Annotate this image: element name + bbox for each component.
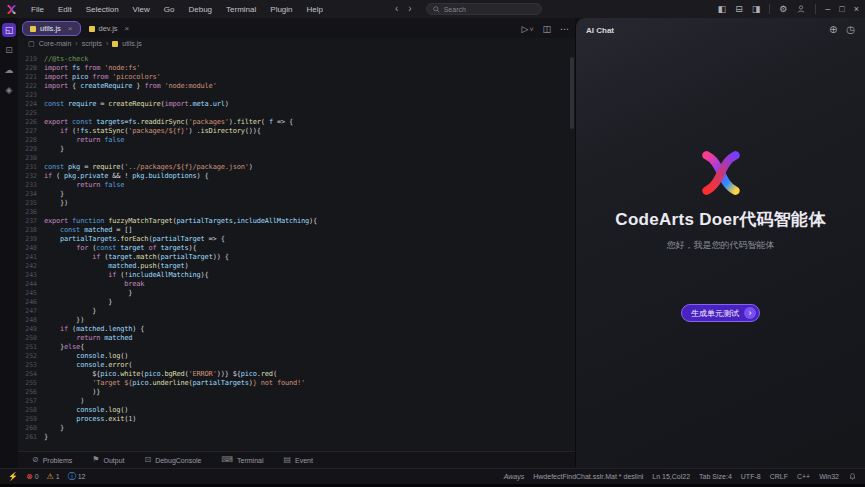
menu-go[interactable]: Go bbox=[158, 3, 181, 16]
chat-history-icon[interactable]: ◷ bbox=[846, 25, 855, 35]
more-actions-icon[interactable]: ⋯ bbox=[560, 24, 569, 34]
menu-plugin[interactable]: Plugin bbox=[264, 3, 298, 16]
codearts-doer-logo bbox=[696, 148, 746, 198]
global-search-input[interactable]: Search bbox=[426, 3, 542, 15]
info-count-value: 12 bbox=[78, 473, 86, 480]
warning-count-value: 1 bbox=[56, 473, 60, 480]
tab-close-icon[interactable]: × bbox=[125, 25, 130, 33]
menu-help[interactable]: Help bbox=[301, 3, 329, 16]
menu-selection[interactable]: Selection bbox=[80, 3, 125, 16]
warning-count[interactable]: ⚠ 1 bbox=[47, 472, 60, 481]
activity-bar: ◱ ⊡ ☁ ◈ bbox=[0, 18, 18, 468]
close-button[interactable]: × bbox=[854, 4, 859, 14]
menu-terminal[interactable]: Terminal bbox=[220, 3, 262, 16]
run-button[interactable]: ▷ ˅ bbox=[521, 24, 533, 34]
menu-debug[interactable]: Debug bbox=[182, 3, 218, 16]
app-window: File Edit Selection View Go Debug Termin… bbox=[0, 0, 865, 487]
tab-size-indicator[interactable]: Tab Size:4 bbox=[699, 473, 732, 480]
tab-utils-js[interactable]: utils.js × bbox=[22, 21, 81, 36]
project-icon: ▢ bbox=[28, 40, 35, 48]
eol-indicator[interactable]: CRLF bbox=[770, 473, 788, 480]
status-task-item[interactable]: HwdefectFindChat.sslr.Mat * deslinl bbox=[533, 473, 643, 480]
menu-file[interactable]: File bbox=[25, 3, 50, 16]
editor-actions: ▷ ˅ ◫ ⋯ bbox=[521, 24, 569, 36]
panel-tab-problems[interactable]: ⊘ Problems bbox=[32, 456, 72, 464]
platform-indicator[interactable]: Win32 bbox=[819, 473, 839, 480]
nav-forward-icon[interactable]: › bbox=[408, 4, 411, 14]
panel-tab-terminal[interactable]: ⌨ Terminal bbox=[221, 456, 263, 464]
info-count[interactable]: ⓘ 12 bbox=[68, 471, 86, 482]
ai-chat-panel: AI Chat ⊕ ◷ CodeArts Doer代码智能体 您好，我是您的代码… bbox=[575, 18, 865, 468]
nav-back-icon[interactable]: ‹ bbox=[395, 4, 398, 14]
chat-cta-button[interactable]: 生成单元测试 › bbox=[681, 304, 760, 322]
chat-panel-title: AI Chat bbox=[586, 26, 614, 35]
divider bbox=[769, 4, 770, 14]
arrow-right-icon: › bbox=[744, 307, 756, 319]
panel-tab-event[interactable]: ▤ Event bbox=[283, 456, 312, 464]
maximize-button[interactable]: □ bbox=[839, 4, 844, 14]
event-icon: ▤ bbox=[283, 456, 291, 464]
encoding-indicator[interactable]: UTF-8 bbox=[741, 473, 761, 480]
activity-plugins-icon[interactable]: ◈ bbox=[2, 83, 16, 97]
code-lines[interactable]: //@ts-checkimport fs from 'node:fs'impor… bbox=[44, 55, 575, 451]
toggle-bottom-panel-icon[interactable]: ⊟ bbox=[735, 4, 743, 14]
tab-label: dev.js bbox=[99, 24, 118, 33]
code-editor[interactable]: 2192202212222232242252262272282292302312… bbox=[18, 49, 575, 451]
panel-tab-label: Problems bbox=[43, 457, 73, 464]
split-editor-icon[interactable]: ◫ bbox=[542, 24, 551, 34]
editor-tab-bar: utils.js × dev.js × ▷ ˅ ◫ ⋯ bbox=[18, 18, 575, 38]
new-chat-icon[interactable]: ⊕ bbox=[829, 25, 837, 35]
panel-tab-output[interactable]: ⚑ Output bbox=[92, 456, 124, 464]
divider bbox=[815, 4, 816, 14]
toggle-left-panel-icon[interactable]: ◧ bbox=[718, 4, 727, 14]
tab-close-icon[interactable]: × bbox=[68, 25, 73, 33]
bottom-panel-tabs: ⊘ Problems ⚑ Output ⊡ DebugConsole ⌨ Ter… bbox=[18, 451, 575, 468]
menu-edit[interactable]: Edit bbox=[52, 3, 78, 16]
notifications-bell-icon[interactable] bbox=[848, 472, 857, 481]
menu-bar: File Edit Selection View Go Debug Termin… bbox=[25, 3, 329, 16]
panel-tab-label: Event bbox=[295, 457, 313, 464]
history-nav: ‹ › bbox=[395, 4, 412, 14]
account-icon[interactable] bbox=[796, 4, 806, 14]
panel-tab-label: Terminal bbox=[237, 457, 263, 464]
panel-tab-debug-console[interactable]: ⊡ DebugConsole bbox=[144, 456, 201, 464]
remote-status-icon[interactable]: ⚡ bbox=[8, 472, 18, 481]
error-count-value: 0 bbox=[35, 473, 39, 480]
breadcrumb-folder[interactable]: scripts bbox=[82, 40, 102, 47]
error-icon: ⊗ bbox=[26, 472, 33, 481]
error-count[interactable]: ⊗ 0 bbox=[26, 472, 39, 481]
status-extension-item[interactable]: Aways bbox=[504, 473, 525, 480]
cursor-position[interactable]: Ln 15,Col22 bbox=[652, 473, 690, 480]
status-bar: ⚡ ⊗ 0 ⚠ 1 ⓘ 12 Aways HwdefectFindChat.ss… bbox=[0, 468, 865, 484]
cta-label: 生成单元测试 bbox=[691, 308, 739, 319]
editor-column: utils.js × dev.js × ▷ ˅ ◫ ⋯ bbox=[18, 18, 575, 468]
chat-welcome: CodeArts Doer代码智能体 您好，我是您的代码智能体 生成单元测试 › bbox=[576, 42, 865, 468]
warning-icon: ⚠ bbox=[47, 472, 54, 481]
chevron-right-icon: › bbox=[106, 40, 108, 47]
debug-console-icon: ⊡ bbox=[144, 456, 151, 464]
breadcrumb-root[interactable]: Core-main bbox=[39, 40, 72, 47]
settings-gear-icon[interactable]: ⚙ bbox=[779, 4, 787, 14]
toggle-right-panel-icon[interactable]: ◨ bbox=[752, 4, 761, 14]
title-bar: File Edit Selection View Go Debug Termin… bbox=[0, 0, 865, 18]
language-mode-indicator[interactable]: C++ bbox=[797, 473, 810, 480]
output-icon: ⚑ bbox=[92, 456, 99, 464]
panel-tab-label: DebugConsole bbox=[155, 457, 201, 464]
activity-editors-icon[interactable]: ⊡ bbox=[2, 43, 16, 57]
run-dropdown-caret-icon[interactable]: ˅ bbox=[529, 26, 533, 33]
activity-explorer-icon[interactable]: ◱ bbox=[2, 23, 16, 37]
run-icon: ▷ bbox=[521, 24, 528, 34]
js-file-icon bbox=[89, 26, 95, 32]
tab-dev-js[interactable]: dev.js × bbox=[81, 21, 138, 36]
line-numbers: 2192202212222232242252262272282292302312… bbox=[18, 55, 44, 451]
editor-scrollbar[interactable] bbox=[570, 57, 574, 129]
info-icon: ⓘ bbox=[68, 471, 76, 482]
activity-cloud-icon[interactable]: ☁ bbox=[2, 63, 16, 77]
minimize-button[interactable]: – bbox=[825, 4, 830, 14]
breadcrumb-file[interactable]: utils.js bbox=[122, 40, 141, 47]
menu-view[interactable]: View bbox=[127, 3, 156, 16]
tab-label: utils.js bbox=[40, 24, 61, 33]
js-file-icon bbox=[30, 26, 36, 32]
chat-brand-title: CodeArts Doer代码智能体 bbox=[615, 208, 825, 231]
js-file-icon bbox=[112, 41, 118, 47]
